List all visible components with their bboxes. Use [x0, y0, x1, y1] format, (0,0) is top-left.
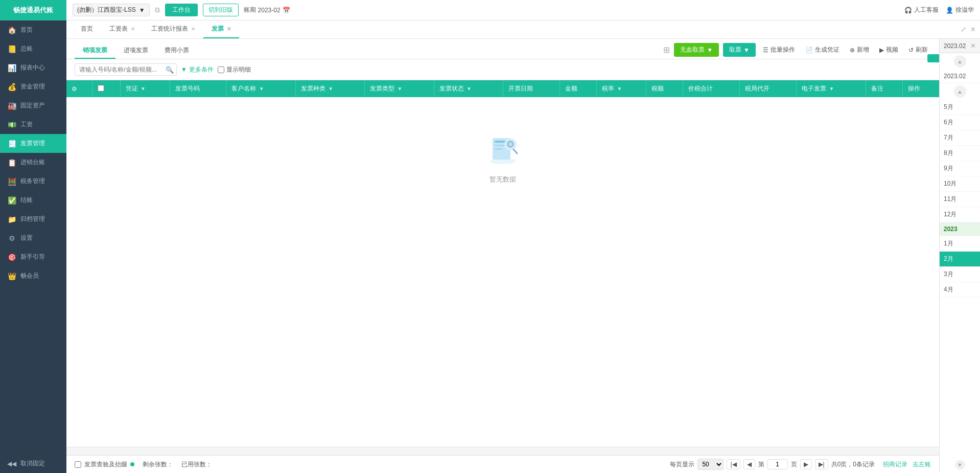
sidebar-item-label: 资金管理 [20, 82, 45, 91]
show-detail-checkbox[interactable]: 显示明细 [218, 65, 251, 74]
plus-icon: ⊕ [850, 47, 855, 54]
sidebar-item-assets[interactable]: 🏭 固定资产 [0, 96, 66, 115]
tab-salary[interactable]: 工资表 ✕ [101, 20, 143, 38]
search-input[interactable] [75, 63, 177, 76]
voucher-icon: 📄 [805, 47, 813, 54]
invoice-check-label: 发票查验及抬腿 [84, 460, 127, 469]
tab-salary-close[interactable]: ✕ [131, 26, 135, 32]
last-page-btn[interactable]: ▶| [815, 459, 828, 469]
subtab-bar: 销项发票 进项发票 费用小票 ⊞ 无血取票 ▼ 取票 [66, 39, 939, 59]
subtab-sales-invoice[interactable]: 销项发票 [75, 43, 115, 59]
sidebar-item-ledger[interactable]: 📒 总账 [0, 39, 66, 58]
date-2023-02-top[interactable]: 2023.02 [940, 70, 980, 83]
batch-op-button[interactable]: ☰ 批量操作 [760, 43, 798, 56]
date-panel-close[interactable]: ✕ [970, 42, 976, 50]
no-ticket-button[interactable]: 无血取票 ▼ [674, 43, 719, 57]
tab-invoice-close[interactable]: ✕ [227, 26, 231, 32]
sidebar-item-close[interactable]: ✅ 结账 [0, 191, 66, 210]
join-link[interactable]: 招商记录 [883, 460, 907, 469]
sidebar-item-finance[interactable]: 💰 资金管理 [0, 77, 66, 96]
col-remark: 备注 [866, 80, 902, 97]
next-page-btn[interactable]: ▶ [800, 459, 812, 469]
user-avatar[interactable]: 👤 徐溢华 [946, 6, 974, 14]
col-tax-rate-filter[interactable]: ▼ [617, 86, 622, 92]
date-2-active[interactable]: 2月 [940, 252, 980, 267]
maximize-icon[interactable]: ⤢ [961, 26, 966, 33]
calendar-icon: 📅 [283, 7, 290, 14]
more-filter-button[interactable]: ▼ 更多条件 [181, 65, 214, 74]
close-tab-icon[interactable]: ✕ [970, 26, 976, 33]
col-customer: 客户名称 ▼ [226, 80, 295, 97]
select-all-checkbox[interactable] [98, 85, 104, 92]
sidebar-item-salary[interactable]: 💵 工资 [0, 115, 66, 134]
sidebar-item-archive[interactable]: 📁 归档管理 [0, 210, 66, 229]
topbar: (勿删）江西股宝-LSS ▼ ⧉ 工作台 切到旧版 账期 2023-02 📅 🎧… [66, 0, 980, 20]
date-1[interactable]: 1月 [940, 236, 980, 252]
tab-salary-report[interactable]: 工资统计报表 ✕ [143, 20, 203, 38]
col-type1-filter[interactable]: ▼ [328, 86, 333, 92]
video-icon: ▶ [879, 47, 884, 54]
sidebar-item-reports[interactable]: 📊 报表中心 [0, 58, 66, 77]
old-version-button[interactable]: 切到旧版 [203, 4, 239, 16]
sidebar-item-label: 首页 [20, 26, 33, 34]
tab-home-label: 首页 [81, 25, 93, 33]
date-7[interactable]: 7月 [940, 130, 980, 146]
hscroll-area[interactable] [66, 447, 939, 455]
scroll-down-arrow[interactable]: ▼ [955, 460, 965, 470]
col-settings[interactable]: ⚙ [66, 80, 92, 97]
date-11[interactable]: 11月 [940, 192, 980, 207]
date-4[interactable]: 4月 [940, 282, 980, 298]
sidebar: 畅捷通易代账 🏠 首页 📒 总账 📊 报表中心 💰 资金管理 🏭 固定资产 💵 … [0, 0, 66, 473]
sidebar-item-guide[interactable]: 🎯 新手引导 [0, 247, 66, 266]
ledger-icon: 📒 [7, 45, 16, 53]
go-right-link[interactable]: 去左账 [913, 460, 931, 469]
sidebar-item-tax[interactable]: 🧮 税务管理 [0, 172, 66, 191]
company-selector[interactable]: (勿删）江西股宝-LSS ▼ [73, 4, 150, 16]
tab-salary-report-close[interactable]: ✕ [191, 26, 195, 32]
date-8[interactable]: 8月 [940, 146, 980, 161]
sidebar-item-sales[interactable]: 📋 进销台账 [0, 153, 66, 172]
workbench-button[interactable]: 工作台 [165, 4, 198, 16]
col-electronic-filter[interactable]: ▼ [829, 86, 834, 92]
sidebar-cancel-pin[interactable]: ◀◀ 取消固定 [0, 454, 66, 473]
date-5[interactable]: 5月 [940, 100, 980, 115]
sidebar-item-label: 进销台账 [20, 158, 45, 167]
sidebar-item-settings[interactable]: ⚙ 设置 [0, 229, 66, 247]
video-button[interactable]: ▶ 视频 [876, 43, 901, 56]
tab-home[interactable]: 首页 [73, 20, 101, 38]
tab-invoice[interactable]: 发票 ✕ [203, 20, 239, 38]
grid-view-icon[interactable]: ⊞ [663, 45, 670, 55]
subtab-expense-receipt[interactable]: 费用小票 [156, 43, 197, 59]
col-status-filter[interactable]: ▼ [466, 86, 472, 92]
date-9[interactable]: 9月 [940, 161, 980, 176]
copy-icon[interactable]: ⧉ [155, 6, 160, 14]
prev-page-btn[interactable]: ◀ [743, 459, 755, 469]
page-input[interactable] [767, 459, 788, 469]
scroll-up-small[interactable]: ▲ [954, 85, 966, 98]
date-6[interactable]: 6月 [940, 115, 980, 130]
col-customer-filter[interactable]: ▼ [259, 86, 264, 92]
date-10[interactable]: 10月 [940, 176, 980, 192]
sidebar-item-member[interactable]: 👑 畅会员 [0, 266, 66, 285]
generate-voucher-button[interactable]: 📄 生成凭证 [802, 43, 843, 56]
date-3[interactable]: 3月 [940, 267, 980, 282]
invoice-check-checkbox[interactable] [75, 461, 81, 468]
col-checkbox[interactable] [92, 80, 121, 97]
pagination: 每页显示 50 20 100 |◀ ◀ 第 页 ▶ ▶| 共0页，0条记录 [670, 459, 875, 470]
sidebar-item-home[interactable]: 🏠 首页 [0, 20, 66, 39]
subtab-purchase-invoice[interactable]: 进项发票 [115, 43, 156, 59]
search-icon[interactable]: 🔍 [166, 66, 174, 74]
col-voucher-filter[interactable]: ▼ [141, 86, 146, 92]
salary-icon: 💵 [7, 121, 16, 129]
ticket-button[interactable]: 取票 ▼ [723, 43, 756, 57]
per-page-select[interactable]: 50 20 100 [697, 459, 724, 470]
first-page-btn[interactable]: |◀ [727, 459, 740, 469]
new-button[interactable]: ⊕ 新增 [847, 43, 872, 56]
col-type2-filter[interactable]: ▼ [398, 86, 403, 92]
human-service-btn[interactable]: 🎧 人工客服 [904, 6, 939, 14]
detail-checkbox[interactable] [218, 66, 224, 73]
date-12[interactable]: 12月 [940, 207, 980, 222]
sidebar-item-invoice[interactable]: 🧾 发票管理 [0, 134, 66, 153]
settings-icon: ⚙ [7, 234, 16, 242]
scroll-up-arrow[interactable]: ▲ [954, 55, 966, 67]
